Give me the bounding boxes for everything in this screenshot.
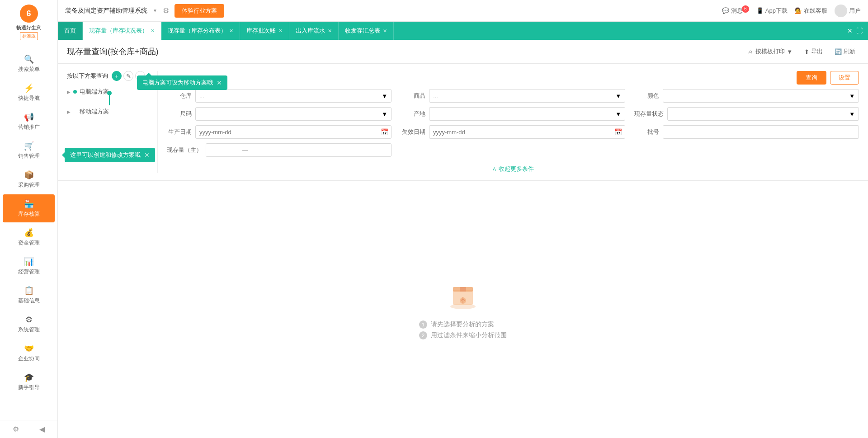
expire-date-input[interactable]: 📅 xyxy=(429,125,625,139)
scheme-mobile-label: 移动端方案 xyxy=(80,108,109,116)
export-button[interactable]: ⬆ 导出 xyxy=(801,45,826,58)
message-icon: 💬 xyxy=(722,7,729,14)
tab-inout[interactable]: 出入库流水 ✕ xyxy=(289,22,339,40)
production-date-label: 生产日期 xyxy=(167,128,192,136)
warehouse-select[interactable]: ...▼ xyxy=(195,89,392,103)
refresh-label: 刷新 xyxy=(844,47,855,56)
tab-batch-close[interactable]: ✕ xyxy=(278,28,283,34)
tab-home[interactable]: 首页 xyxy=(58,22,83,40)
tab-inout-close[interactable]: ✕ xyxy=(328,28,332,34)
quantity-input[interactable]: — xyxy=(206,143,392,157)
tip-num-2: 2 xyxy=(419,331,427,339)
origin-label: 产地 xyxy=(401,110,425,118)
tooltip-1-close[interactable]: ✕ xyxy=(217,79,222,86)
tab-inventory-dist-close[interactable]: ✕ xyxy=(229,28,233,34)
tab-inventory-dist[interactable]: 现存量（库存分布表） ✕ xyxy=(161,22,240,40)
app-download-action[interactable]: 📱 App下载 xyxy=(756,7,788,15)
sidebar-item-system[interactable]: ⚙系统管理 xyxy=(3,310,55,338)
settings-icon[interactable]: ⚙ xyxy=(13,425,19,433)
refresh-button[interactable]: 🔄 刷新 xyxy=(831,45,859,58)
sidebar: 6 畅通好生意 标准版 🔍搜索菜单⚡快捷导航📢营销推广🛒销售管理📦采购管理🏪库存… xyxy=(0,0,58,438)
sidebar-item-enterprise[interactable]: 🤝企业协同 xyxy=(3,339,55,367)
empty-tip-1-text: 请先选择要分析的方案 xyxy=(431,320,494,329)
filter-production-date: 生产日期 📅 xyxy=(167,125,392,139)
page-actions: 🖨 按模板打印 ▼ ⬆ 导出 🔄 刷新 xyxy=(744,45,859,58)
goods-select[interactable]: ...▼ xyxy=(429,89,625,103)
quantity-min[interactable] xyxy=(206,144,242,156)
header-gear-icon[interactable]: ⚙ xyxy=(163,6,169,15)
sidebar-label-basic: 基础信息 xyxy=(18,297,40,305)
sidebar-item-purchase[interactable]: 📦采购管理 xyxy=(3,165,55,193)
sidebar-item-sales[interactable]: 🛒销售管理 xyxy=(3,137,55,165)
size-select[interactable]: ▼ xyxy=(195,107,392,121)
reset-button[interactable]: 设置 xyxy=(830,71,859,85)
user-action[interactable]: 用户 xyxy=(835,5,861,17)
collapse-button[interactable]: ∧ 收起更多条件 xyxy=(167,161,859,173)
batch-input[interactable] xyxy=(663,125,859,139)
tab-inventory-status-close[interactable]: ✕ xyxy=(151,28,155,34)
sidebar-bottom: ⚙ ◀ xyxy=(0,420,57,438)
goods-label: 商品 xyxy=(401,92,425,100)
filter-area: 按以下方案查询 + ✎ ← ▶ 电脑端方案 xyxy=(58,64,868,181)
system-name: 装备及固定资产辅助管理系统 xyxy=(65,7,147,15)
production-date-input[interactable]: 📅 xyxy=(195,125,392,139)
color-select[interactable]: ▼ xyxy=(663,89,859,103)
main-area: 装备及固定资产辅助管理系统 ▼ ⚙ 体验行业方案 💬 消息 6 📱 App下载 … xyxy=(58,0,868,438)
edit-scheme-button[interactable]: ✎ xyxy=(123,71,133,81)
sidebar-item-search[interactable]: 🔍搜索菜单 xyxy=(3,50,55,78)
sidebar-item-quick[interactable]: ⚡快捷导航 xyxy=(3,79,55,107)
query-button[interactable]: 查询 xyxy=(797,71,826,85)
sidebar-item-inventory[interactable]: 🏪库存核算 xyxy=(3,194,55,222)
sidebar-icon-operation: 📊 xyxy=(24,257,34,267)
empty-tip-2: 2 用过滤条件来缩小分析范围 xyxy=(419,331,507,339)
sidebar-label-finance: 资金管理 xyxy=(18,239,40,247)
tooltip-create-scheme: 这里可以创建和修改方案哦 ✕ xyxy=(65,148,155,162)
filter-goods: 商品 ...▼ xyxy=(401,89,625,103)
tooltip-2-close[interactable]: ✕ xyxy=(144,151,150,159)
empty-tip-1: 1 请先选择要分析的方案 xyxy=(419,320,507,329)
online-service-action[interactable]: 💁 在线客服 xyxy=(795,7,827,15)
expire-date-calendar-icon[interactable]: 📅 xyxy=(612,128,625,136)
tab-batch[interactable]: 库存批次账 ✕ xyxy=(240,22,289,40)
add-scheme-button[interactable]: + xyxy=(112,71,122,81)
tab-receive-close[interactable]: ✕ xyxy=(383,28,387,34)
tab-inout-label: 出入库流水 xyxy=(296,27,325,35)
quantity-max[interactable] xyxy=(248,144,284,156)
sidebar-item-operation[interactable]: 📊经营管理 xyxy=(3,252,55,280)
production-date-calendar-icon[interactable]: 📅 xyxy=(378,128,391,136)
inventory-status-select[interactable]: ▼ xyxy=(667,107,859,121)
filter-color: 颜色 ▼ xyxy=(634,89,859,103)
trial-button[interactable]: 体验行业方案 xyxy=(175,4,224,18)
refresh-icon: 🔄 xyxy=(835,48,842,55)
tab-batch-label: 库存批次账 xyxy=(246,27,276,35)
collapse-sidebar-icon[interactable]: ◀ xyxy=(39,425,45,433)
sidebar-icon-system: ⚙ xyxy=(25,315,33,325)
tab-inventory-status[interactable]: 现存量（库存状况表） ✕ xyxy=(83,22,161,40)
sidebar-item-basic[interactable]: 📋基础信息 xyxy=(3,281,55,309)
batch-label: 批号 xyxy=(634,128,659,136)
message-action[interactable]: 💬 消息 6 xyxy=(722,7,749,15)
empty-tips: 1 请先选择要分析的方案 2 用过滤条件来缩小分析范围 xyxy=(419,320,507,342)
template-print-button[interactable]: 🖨 按模板打印 ▼ xyxy=(744,45,796,58)
origin-select[interactable]: ▼ xyxy=(429,107,625,121)
template-print-icon: 🖨 xyxy=(748,48,754,55)
production-date-start[interactable] xyxy=(196,126,378,138)
tab-close-all-icon[interactable]: ✕ xyxy=(847,27,853,34)
tab-expand-icon[interactable]: ⛶ xyxy=(856,27,863,34)
scheme-desktop-label: 电脑端方案 xyxy=(80,88,109,96)
sidebar-icon-guide: 🎓 xyxy=(24,372,34,382)
scheme-item-mobile[interactable]: ▶ 移动端方案 xyxy=(67,106,157,117)
tab-receive[interactable]: 收发存汇总表 ✕ xyxy=(339,22,394,40)
tab-inventory-status-label: 现存量（库存状况表） xyxy=(89,27,148,35)
color-label: 颜色 xyxy=(634,92,659,100)
sidebar-item-guide[interactable]: 🎓新手引导 xyxy=(3,368,55,396)
sidebar-item-finance[interactable]: 💰资金管理 xyxy=(3,223,55,251)
header-left: 装备及固定资产辅助管理系统 ▼ ⚙ 体验行业方案 xyxy=(65,4,224,18)
system-dropdown-icon[interactable]: ▼ xyxy=(153,8,157,13)
sidebar-label-guide: 新手引导 xyxy=(18,384,40,391)
sidebar-item-marketing[interactable]: 📢营销推广 xyxy=(3,108,55,136)
logo-icon: 6 xyxy=(20,5,38,23)
tip-num-1: 1 xyxy=(419,320,427,329)
filter-inventory-status: 现存量状态 ▼ xyxy=(634,107,859,121)
expire-date-start[interactable] xyxy=(429,126,612,138)
